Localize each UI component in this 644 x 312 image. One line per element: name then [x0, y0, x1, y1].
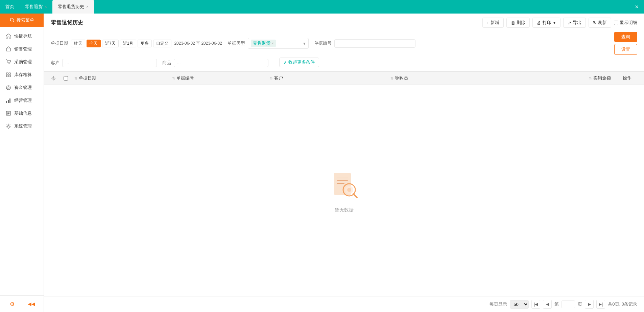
customer-select[interactable]: … — [62, 59, 157, 67]
th-number[interactable]: ⇅ 单据编号 — [169, 75, 267, 81]
filter-settings-button[interactable]: 设置 — [614, 44, 637, 55]
sidebar-item-inventory[interactable]: 库存核算 — [0, 68, 44, 81]
new-button[interactable]: + 新增 — [482, 18, 504, 28]
sidebar-item-sales-label: 销售管理 — [14, 46, 32, 52]
base-info-icon — [5, 110, 11, 116]
th-checkbox[interactable] — [59, 76, 72, 81]
svg-rect-7 — [6, 75, 8, 77]
sidebar-item-base-info[interactable]: 基础信息 — [0, 107, 44, 120]
audio-bottom-button[interactable]: ◀◀ — [26, 298, 37, 309]
voucher-type-arrow: ▾ — [303, 41, 306, 46]
sidebar-item-purchase-label: 采购管理 — [14, 59, 32, 65]
svg-rect-2 — [6, 48, 10, 51]
th-amount[interactable]: ⇅ 实销金额 — [547, 75, 614, 81]
sidebar-item-finance-label: 资金管理 — [14, 85, 32, 91]
voucher-type-tag: 零售退货 × — [251, 40, 276, 47]
settings-bottom-button[interactable]: ⚙ — [7, 298, 18, 309]
voucher-type-close[interactable]: × — [272, 41, 274, 45]
sidebar-item-quick-nav-label: 快捷导航 — [14, 33, 32, 39]
content-area: 零售退货历史 + 新增 🗑 删除 🖨 打印 ▼ — [44, 14, 644, 312]
finance-icon — [5, 85, 11, 91]
th-customer-sort-icon: ⇅ — [270, 76, 273, 81]
print-arrow: ▼ — [553, 21, 556, 25]
sidebar-search-label: 搜索菜单 — [17, 17, 34, 23]
tab-retail-return-history[interactable]: 零售退货历史 × — [52, 0, 94, 14]
sidebar-bottom: ⚙ ◀◀ — [0, 295, 44, 312]
date-btn-yesterday[interactable]: 昨天 — [71, 40, 85, 47]
th-customer[interactable]: ⇅ 客户 — [267, 75, 388, 81]
voucher-number-label: 单据编号 — [314, 40, 332, 46]
print-button[interactable]: 🖨 打印 ▼ — [532, 18, 560, 28]
show-detail-text: 显示明细 — [620, 20, 637, 26]
select-all-checkbox[interactable] — [64, 76, 68, 81]
date-btn-more[interactable]: 更多 — [138, 40, 152, 47]
page-title: 零售退货历史 — [51, 19, 83, 26]
voucher-number-input[interactable] — [334, 39, 415, 48]
page-input[interactable]: 1 — [562, 300, 575, 308]
date-btn-7days[interactable]: 近7天 — [102, 40, 119, 47]
export-button[interactable]: ↗ 导出 — [563, 18, 586, 28]
customer-placeholder: … — [65, 61, 69, 65]
svg-rect-8 — [9, 75, 10, 77]
sidebar: 搜索菜单 快捷导航 销售管理 — [0, 14, 44, 312]
th-date[interactable]: ⇅ 单据日期 — [72, 75, 169, 81]
th-guide-sort-icon: ⇅ — [390, 76, 393, 81]
sidebar-item-purchase-mgmt[interactable]: 采购管理 — [0, 55, 44, 68]
first-page-button[interactable]: |◀ — [531, 300, 540, 309]
tab-retail-return-history-close[interactable]: × — [86, 4, 89, 9]
customer-filter-label: 客户 — [51, 60, 59, 66]
operations-icon — [5, 97, 11, 104]
svg-point-17 — [8, 126, 9, 127]
sidebar-item-sales-mgmt[interactable]: 销售管理 — [0, 43, 44, 55]
svg-point-18 — [53, 77, 54, 79]
filter-row-2: 客户 … 商品 … ∧ 收起更多 — [51, 58, 637, 68]
th-date-sort-icon: ⇅ — [74, 76, 77, 81]
purchase-icon — [5, 59, 11, 65]
svg-line-25 — [353, 194, 357, 198]
tab-home[interactable]: 首页 — [0, 0, 20, 14]
sidebar-item-base-info-label: 基础信息 — [14, 110, 32, 116]
per-page-label: 每页显示 — [490, 301, 507, 307]
refresh-label: 刷新 — [598, 20, 607, 26]
pagination-bar: 每页显示 50 10 20 100 |◀ ◀ 第 1 页 ▶ ▶| 共0页, 0… — [44, 296, 644, 312]
sidebar-item-operations[interactable]: 经营管理 — [0, 94, 44, 107]
home-icon — [5, 33, 11, 39]
th-customer-label: 客户 — [274, 75, 283, 81]
th-settings[interactable] — [47, 76, 59, 81]
main-layout: 搜索菜单 快捷导航 销售管理 — [0, 14, 644, 312]
tab-retail-return[interactable]: 零售退货 × — [20, 0, 52, 14]
voucher-type-select[interactable]: 零售退货 × ▾ — [248, 38, 309, 49]
sidebar-item-inventory-label: 库存核算 — [14, 72, 32, 78]
sidebar-item-finance[interactable]: 资金管理 — [0, 81, 44, 94]
goods-select[interactable]: … — [174, 59, 268, 67]
last-page-button[interactable]: ▶| — [596, 300, 605, 309]
next-page-button[interactable]: ▶ — [585, 300, 594, 309]
window-close-button[interactable]: × — [629, 3, 644, 10]
sidebar-nav: 快捷导航 销售管理 采 — [0, 27, 44, 295]
th-amount-sort-icon: ⇅ — [589, 76, 592, 81]
per-page-select[interactable]: 50 10 20 100 — [510, 300, 529, 309]
date-btn-1month[interactable]: 近1月 — [120, 40, 137, 47]
sidebar-item-quick-nav[interactable]: 快捷导航 — [0, 30, 44, 43]
collapse-icon: ∧ — [284, 60, 287, 65]
th-guide[interactable]: ⇅ 导购员 — [388, 75, 470, 81]
svg-point-3 — [8, 63, 8, 64]
filter-section: 单据日期 昨天 今天 近7天 近1月 更多 自定义 2023-06-02 至 2… — [51, 32, 637, 71]
show-detail-checkbox-label[interactable]: 显示明细 — [614, 20, 637, 26]
svg-point-4 — [9, 63, 10, 64]
sidebar-item-system[interactable]: 系统管理 — [0, 120, 44, 133]
date-btn-custom[interactable]: 自定义 — [153, 40, 171, 47]
query-button[interactable]: 查询 — [614, 32, 637, 42]
delete-button[interactable]: 🗑 删除 — [506, 18, 530, 28]
sidebar-search[interactable]: 搜索菜单 — [0, 14, 44, 27]
collapse-button[interactable]: ∧ 收起更多条件 — [279, 58, 319, 67]
date-btn-today[interactable]: 今天 — [87, 40, 101, 47]
date-range-display: 2023-06-02 至 2023-06-02 — [174, 41, 222, 46]
refresh-button[interactable]: ↻ 刷新 — [589, 18, 611, 28]
tab-retail-return-close[interactable]: × — [45, 4, 47, 9]
toolbar: + 新增 🗑 删除 🖨 打印 ▼ ↗ 导出 — [482, 18, 638, 28]
show-detail-checkbox[interactable] — [614, 21, 618, 25]
tab-retail-return-history-label: 零售退货历史 — [58, 4, 84, 10]
prev-page-button[interactable]: ◀ — [543, 300, 552, 309]
svg-line-1 — [13, 21, 14, 22]
